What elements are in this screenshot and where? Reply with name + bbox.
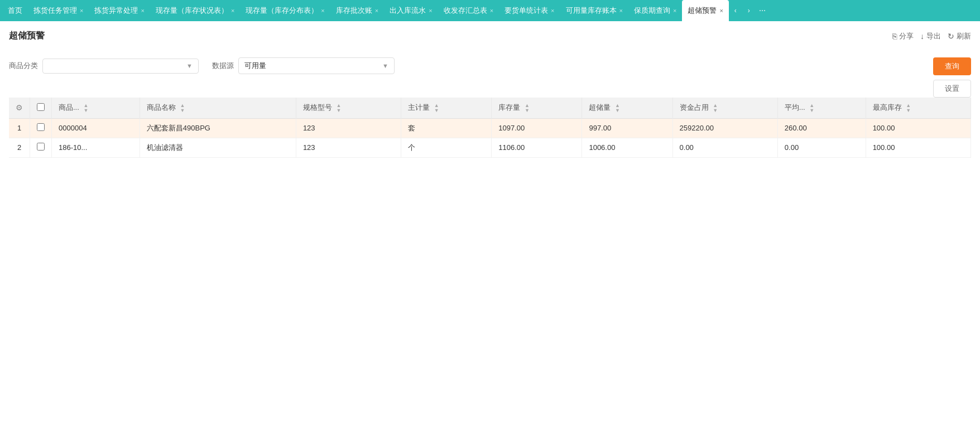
sort-icon-avg: ▲▼	[809, 103, 814, 113]
row-checkbox-cell[interactable]	[30, 118, 52, 138]
nav-close-10[interactable]: ×	[673, 7, 676, 14]
col-capital[interactable]: 资金占用 ▲▼	[672, 98, 777, 118]
nav-item-home-label: 首页	[8, 6, 22, 16]
select-all-checkbox[interactable]	[37, 103, 45, 111]
row-checkbox-cell[interactable]	[30, 138, 52, 157]
nav-item-2[interactable]: 拣货异常处理 ×	[89, 0, 150, 21]
row-max-stock: 100.00	[866, 118, 971, 138]
nav-item-10[interactable]: 保质期查询 ×	[628, 0, 682, 21]
col-checkbox-header[interactable]	[30, 98, 52, 118]
nav-item-11-label: 超储预警	[688, 6, 717, 16]
datasource-label: 数据源	[212, 61, 234, 71]
col-stock[interactable]: 库存量 ▲▼	[492, 98, 582, 118]
query-button[interactable]: 查询	[933, 57, 971, 75]
row-product-code: 0000004	[52, 118, 140, 138]
share-button[interactable]: ⎘ 分享	[892, 31, 914, 41]
data-table: ⚙ 商品... ▲▼ 商品名称 ▲▼ 规格型号 ▲▼ 主计	[9, 98, 971, 158]
action-buttons: 查询 设置	[933, 51, 971, 98]
nav-item-9[interactable]: 可用量库存账本 ×	[560, 0, 628, 21]
row-stock: 1106.00	[492, 138, 582, 157]
nav-item-1-label: 拣货任务管理	[33, 6, 77, 16]
nav-close-3[interactable]: ×	[231, 7, 234, 14]
nav-bar: 首页 拣货任务管理 × 拣货异常处理 × 现存量（库存状况表） × 现存量（库存…	[0, 0, 980, 21]
nav-prev-arrow[interactable]: ‹	[729, 0, 742, 21]
nav-close-5[interactable]: ×	[375, 7, 378, 14]
nav-close-8[interactable]: ×	[551, 7, 554, 14]
category-select-text	[49, 62, 186, 70]
nav-next-arrow[interactable]: ›	[742, 0, 756, 21]
table-row: 2 186-10... 机油滤清器 123 个 1106.00 1006.00 …	[9, 138, 971, 157]
nav-item-10-label: 保质期查询	[634, 6, 670, 16]
sort-icon-product-code: ▲▼	[83, 103, 88, 113]
table-header-row: ⚙ 商品... ▲▼ 商品名称 ▲▼ 规格型号 ▲▼ 主计	[9, 98, 971, 118]
nav-item-5-label: 库存批次账	[336, 6, 372, 16]
col-max-stock[interactable]: 最高库存 ▲▼	[866, 98, 971, 118]
nav-item-4[interactable]: 现存量（库存分布表） ×	[240, 0, 330, 21]
category-select[interactable]: ▼	[42, 59, 199, 74]
sort-icon-spec: ▲▼	[337, 103, 342, 113]
table-row: 1 0000004 六配套新昌490BPG 123 套 1097.00 997.…	[9, 118, 971, 138]
nav-close-6[interactable]: ×	[429, 7, 432, 14]
nav-close-9[interactable]: ×	[619, 7, 623, 14]
nav-item-7[interactable]: 收发存汇总表 ×	[438, 0, 499, 21]
nav-close-11[interactable]: ×	[719, 7, 723, 14]
share-icon: ⎘	[892, 32, 897, 41]
row-capital: 259220.00	[672, 118, 777, 138]
nav-item-11[interactable]: 超储预警 ×	[682, 0, 728, 21]
sort-icon-overstock: ▲▼	[615, 103, 620, 113]
refresh-button[interactable]: ↻ 刷新	[948, 31, 971, 41]
refresh-icon: ↻	[948, 32, 954, 41]
share-label: 分享	[899, 31, 914, 41]
row-product-name: 机油滤清器	[140, 138, 296, 157]
nav-close-2[interactable]: ×	[141, 7, 144, 14]
row-product-name: 六配套新昌490BPG	[140, 118, 296, 138]
nav-item-9-label: 可用量库存账本	[566, 6, 617, 16]
col-avg[interactable]: 平均... ▲▼	[777, 98, 866, 118]
row-overstock: 1006.00	[582, 138, 672, 157]
row-spec: 123	[296, 118, 401, 138]
settings-gear-icon[interactable]: ⚙	[16, 103, 23, 112]
nav-close-7[interactable]: ×	[490, 7, 493, 14]
sort-icon-capital: ▲▼	[713, 103, 718, 113]
row-overstock: 997.00	[582, 118, 672, 138]
filter-datasource: 数据源 可用量 ▼	[212, 57, 395, 74]
filter-category: 商品分类 ▼	[9, 59, 199, 74]
datasource-select[interactable]: 可用量 ▼	[238, 57, 395, 74]
row-checkbox-1[interactable]	[37, 143, 45, 151]
nav-item-5[interactable]: 库存批次账 ×	[330, 0, 384, 21]
nav-item-8[interactable]: 要货单统计表 ×	[499, 0, 560, 21]
nav-close-1[interactable]: ×	[80, 7, 83, 14]
row-unit: 个	[401, 138, 492, 157]
settings-button[interactable]: 设置	[933, 80, 971, 98]
nav-close-4[interactable]: ×	[321, 7, 324, 14]
datasource-select-value: 可用量	[244, 61, 382, 71]
nav-item-7-label: 收发存汇总表	[444, 6, 487, 16]
col-product-name[interactable]: 商品名称 ▲▼	[140, 98, 296, 118]
row-num: 2	[9, 138, 30, 157]
col-overstock[interactable]: 超储量 ▲▼	[582, 98, 672, 118]
nav-item-home[interactable]: 首页	[2, 0, 28, 21]
row-capital: 0.00	[672, 138, 777, 157]
sort-icon-product-name: ▲▼	[180, 103, 185, 113]
nav-item-6[interactable]: 出入库流水 ×	[384, 0, 438, 21]
col-gear[interactable]: ⚙	[9, 98, 30, 118]
col-spec[interactable]: 规格型号 ▲▼	[296, 98, 401, 118]
row-max-stock: 100.00	[866, 138, 971, 157]
row-checkbox-0[interactable]	[37, 123, 45, 131]
header-actions: ⎘ 分享 ↓ 导出 ↻ 刷新	[892, 31, 971, 41]
col-product-code[interactable]: 商品... ▲▼	[52, 98, 140, 118]
refresh-label: 刷新	[957, 31, 971, 41]
nav-item-3[interactable]: 现存量（库存状况表） ×	[150, 0, 240, 21]
nav-more-arrow[interactable]: ⋯	[756, 0, 769, 21]
page-container: 超储预警 ⎘ 分享 ↓ 导出 ↻ 刷新 商品分类 ▼	[0, 21, 980, 446]
nav-item-1[interactable]: 拣货任务管理 ×	[28, 0, 89, 21]
row-avg: 0.00	[777, 138, 866, 157]
export-button[interactable]: ↓ 导出	[920, 31, 941, 41]
sort-icon-unit: ▲▼	[434, 103, 439, 113]
page-header: 超储预警 ⎘ 分享 ↓ 导出 ↻ 刷新	[9, 30, 971, 42]
nav-item-6-label: 出入库流水	[390, 6, 426, 16]
col-unit[interactable]: 主计量 ▲▼	[401, 98, 492, 118]
datasource-dropdown-icon: ▼	[382, 62, 388, 69]
nav-item-2-label: 拣货异常处理	[94, 6, 138, 16]
filter-row: 商品分类 ▼ 数据源 可用量 ▼	[9, 51, 395, 81]
